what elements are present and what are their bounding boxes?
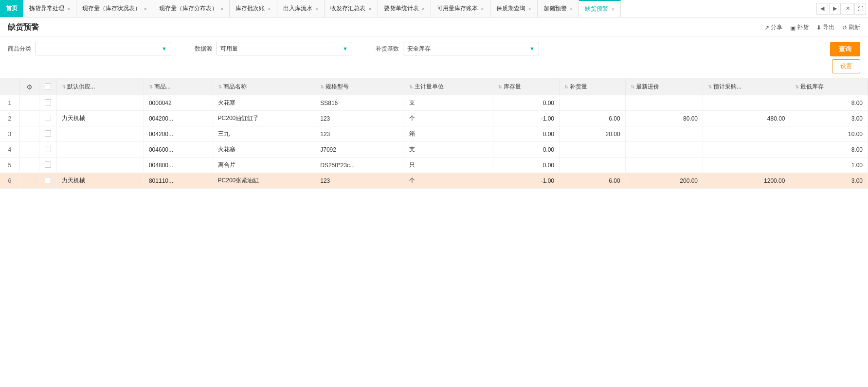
select-all-checkbox[interactable] bbox=[45, 83, 51, 89]
td-est_purchase: 1200.00 bbox=[703, 173, 790, 189]
td-est_purchase bbox=[703, 95, 790, 111]
td-replenish bbox=[560, 95, 626, 111]
tab-label: 库存批次账 bbox=[235, 4, 265, 13]
sort-icon-replenish: ⇅ bbox=[564, 84, 568, 89]
replenish-base-select[interactable]: 安全库存 ▼ bbox=[403, 42, 539, 55]
tab-item-requisition-stat[interactable]: 要货单统计表× bbox=[378, 0, 431, 17]
td-spec: 123 bbox=[315, 111, 404, 126]
replenish-base-label: 补货基数 bbox=[376, 45, 399, 53]
category-select[interactable]: ▼ bbox=[35, 42, 171, 55]
td-checkbox[interactable] bbox=[39, 95, 56, 111]
tab-item-batch-account[interactable]: 库存批次账× bbox=[230, 0, 277, 17]
th-unit: ⇅主计量单位 bbox=[404, 79, 493, 95]
td-product_code: 801110... bbox=[144, 173, 213, 189]
restock-button[interactable]: ▣ 补货 bbox=[790, 23, 809, 32]
filter-area: 商品分类 ▼ 数据源 可用量 ▼ 补货基数 安全库存 ▼ bbox=[0, 37, 868, 79]
settings-col-icon[interactable]: ⚙ bbox=[26, 83, 33, 91]
tab-controls: ◀ ▶ ✕ ⛶ bbox=[814, 3, 868, 15]
sort-icon-product_code: ⇅ bbox=[149, 84, 153, 89]
td-min_stock: 8.00 bbox=[790, 95, 868, 111]
tab-close-icon[interactable]: × bbox=[220, 6, 223, 12]
td-default_supplier bbox=[56, 142, 144, 158]
td-default_supplier bbox=[56, 95, 144, 111]
filter-action-area: 查询 设置 bbox=[830, 42, 860, 73]
sort-icon-spec: ⇅ bbox=[320, 84, 324, 89]
td-replenish: 6.00 bbox=[560, 173, 626, 189]
row-checkbox[interactable] bbox=[45, 115, 51, 121]
row-checkbox[interactable] bbox=[45, 146, 51, 152]
tab-close-icon[interactable]: × bbox=[268, 6, 271, 12]
row-checkbox[interactable] bbox=[45, 99, 51, 106]
tab-item-inout-flow[interactable]: 出入库流水× bbox=[277, 0, 325, 17]
td-spec: 123 bbox=[315, 126, 404, 142]
th-settings[interactable]: ⚙ bbox=[19, 79, 39, 95]
tab-item-inventory-dist[interactable]: 现存量（库存分布表）× bbox=[153, 0, 230, 17]
page-wrapper: 缺货预警 ↗ 分享 ▣ 补货 ⬇ 导出 ↺ 刷新 商品分类 bbox=[0, 18, 868, 387]
settings-button[interactable]: 设置 bbox=[832, 59, 860, 73]
td-default_supplier bbox=[56, 158, 144, 173]
tab-close-icon[interactable]: × bbox=[481, 6, 484, 12]
td-checkbox[interactable] bbox=[39, 126, 56, 142]
tab-item-expiry-query[interactable]: 保质期查询× bbox=[490, 0, 538, 17]
tab-close-icon[interactable]: × bbox=[315, 6, 318, 12]
td-default_supplier: 力天机械 bbox=[56, 111, 144, 126]
tab-close-icon[interactable]: × bbox=[611, 6, 614, 12]
row-checkbox[interactable] bbox=[45, 161, 51, 168]
col-label-product_code: 商品... bbox=[154, 83, 171, 91]
filter-group-datasource: 数据源 可用量 ▼ bbox=[195, 42, 352, 55]
td-min_stock: 3.00 bbox=[790, 111, 868, 126]
td-checkbox[interactable] bbox=[39, 111, 56, 126]
sort-icon-stock: ⇅ bbox=[498, 84, 502, 89]
row-checkbox[interactable] bbox=[45, 130, 51, 137]
col-label-default_supplier: 默认供应... bbox=[67, 83, 95, 91]
query-button[interactable]: 查询 bbox=[830, 42, 860, 56]
td-settings bbox=[19, 142, 39, 158]
tab-label: 要货单统计表 bbox=[384, 4, 419, 13]
tab-label: 可用量库存账本 bbox=[437, 4, 478, 13]
tab-item-available-account[interactable]: 可用量库存账本× bbox=[431, 0, 490, 17]
row-checkbox[interactable] bbox=[45, 177, 51, 183]
td-latest_price: 200.00 bbox=[625, 173, 703, 189]
tab-close-icon[interactable]: × bbox=[422, 6, 425, 12]
tab-label: 收发存汇总表 bbox=[330, 4, 365, 13]
th-checkbox[interactable] bbox=[39, 79, 56, 95]
td-checkbox[interactable] bbox=[39, 142, 56, 158]
td-unit: 支 bbox=[404, 95, 493, 111]
tab-item-home[interactable]: 首页 bbox=[0, 0, 23, 17]
tab-close-icon[interactable]: × bbox=[528, 6, 531, 12]
filter-group-category: 商品分类 ▼ bbox=[8, 42, 171, 55]
td-checkbox[interactable] bbox=[39, 173, 56, 189]
refresh-button[interactable]: ↺ 刷新 bbox=[842, 23, 860, 32]
td-latest_price: 80.00 bbox=[625, 111, 703, 126]
td-checkbox[interactable] bbox=[39, 158, 56, 173]
datasource-select[interactable]: 可用量 ▼ bbox=[216, 42, 352, 55]
td-est_purchase bbox=[703, 142, 790, 158]
tab-next-button[interactable]: ▶ bbox=[829, 3, 841, 15]
td-stock: -1.00 bbox=[493, 173, 560, 189]
tab-fullscreen-button[interactable]: ⛶ bbox=[854, 3, 866, 15]
tab-item-exception[interactable]: 拣货异常处理× bbox=[23, 0, 76, 17]
td-product_name: 火花塞 bbox=[213, 142, 315, 158]
tab-label: 现存量（库存状况表） bbox=[82, 4, 141, 13]
td-unit: 支 bbox=[404, 142, 493, 158]
col-label-replenish: 补货量 bbox=[570, 83, 587, 91]
tab-item-receipt-summary[interactable]: 收发存汇总表× bbox=[325, 0, 378, 17]
tab-close-icon[interactable]: × bbox=[570, 6, 573, 12]
tab-close-icon[interactable]: × bbox=[368, 6, 371, 12]
td-latest_price bbox=[625, 142, 703, 158]
sort-icon-unit: ⇅ bbox=[409, 84, 413, 89]
td-default_supplier bbox=[56, 126, 144, 142]
tab-item-stockout[interactable]: 缺货预警× bbox=[579, 0, 620, 17]
tab-item-overstock[interactable]: 超储预警× bbox=[538, 0, 579, 17]
td-row-num: 6 bbox=[0, 173, 19, 189]
export-button[interactable]: ⬇ 导出 bbox=[816, 23, 834, 32]
table-row: 10000042火花塞SS816支0.008.00 bbox=[0, 95, 868, 111]
tab-prev-button[interactable]: ◀ bbox=[816, 3, 828, 15]
share-button[interactable]: ↗ 分享 bbox=[764, 23, 782, 32]
tab-close-icon[interactable]: × bbox=[144, 6, 146, 12]
td-row-num: 1 bbox=[0, 95, 19, 111]
tab-item-inventory-status[interactable]: 现存量（库存状况表）× bbox=[76, 0, 153, 17]
tab-close-icon[interactable]: × bbox=[67, 6, 70, 12]
table-row: 3004200...三九123箱0.0020.0010.00 bbox=[0, 126, 868, 142]
tab-close-all-button[interactable]: ✕ bbox=[842, 3, 853, 15]
